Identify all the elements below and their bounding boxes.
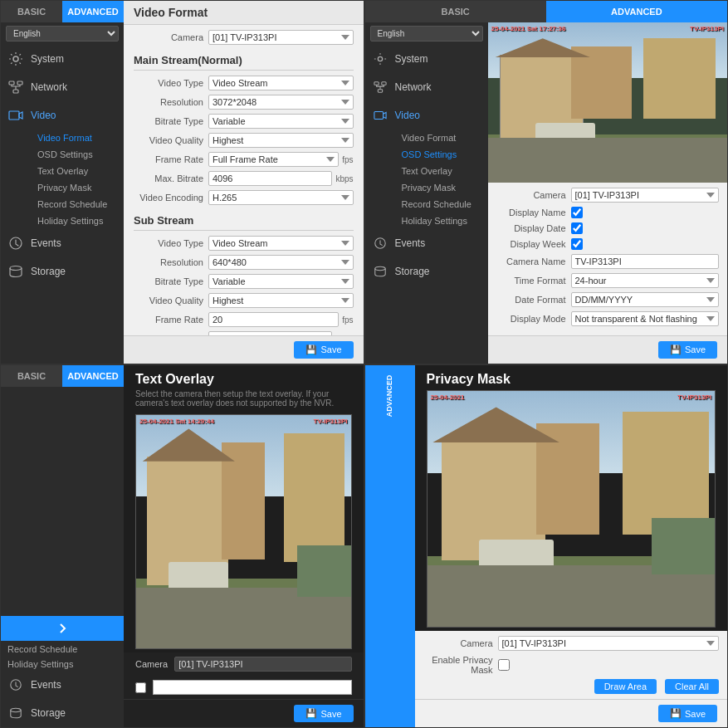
main-resolution-row: Resolution 3072*2048 xyxy=(134,95,354,110)
sub-text-overlay-q2[interactable]: Text Overlay xyxy=(395,163,488,179)
sidebar-item-events-q1[interactable]: Events xyxy=(1,229,124,257)
osd-date-format-select[interactable]: DD/MM/YYYY xyxy=(571,292,720,307)
privacy-mask-main: Privacy Mask 25-04-2021 TV-IP313PI xyxy=(415,365,728,728)
storage-label-q2: Storage xyxy=(395,266,430,277)
osd-camera-select[interactable]: [01] TV-IP313PI xyxy=(571,188,720,203)
camera-select-q3[interactable]: [01] TV-IP313PI xyxy=(174,657,351,672)
draw-area-button[interactable]: Draw Area xyxy=(594,679,657,694)
sub-video-type-label: Video Type xyxy=(134,238,208,248)
sub-privacy-mask-q2[interactable]: Privacy Mask xyxy=(395,179,488,196)
sub-nav-osd-settings-q1[interactable]: OSD Settings xyxy=(31,146,124,163)
osd-display-week-checkbox[interactable] xyxy=(571,238,583,250)
sub-bitrate-type-select[interactable]: Variable xyxy=(208,274,354,289)
sidebar-storage-q3[interactable]: Storage xyxy=(1,699,124,727)
video-icon-q2 xyxy=(372,107,388,124)
tab-bar-q1: BASIC ADVANCED xyxy=(1,1,124,22)
osd-display-name-checkbox[interactable] xyxy=(571,207,583,218)
sub-nav-video-format-q1[interactable]: Video Format xyxy=(31,129,124,146)
svg-point-8 xyxy=(378,56,382,61)
sub-video-quality-select[interactable]: Highest xyxy=(208,293,354,308)
main-bitrate-type-label: Bitrate Type xyxy=(134,116,208,126)
video-icon-q1 xyxy=(7,107,24,124)
sub-nav-record-schedule-q1[interactable]: Record Schedule xyxy=(31,196,124,213)
main-frame-rate-select[interactable]: Full Frame Rate xyxy=(208,152,339,167)
sub-osd-settings-q2[interactable]: OSD Settings xyxy=(395,146,488,163)
system-label-q1: System xyxy=(31,53,64,65)
clear-all-button[interactable]: Clear All xyxy=(665,679,719,694)
save-button-q4[interactable]: 💾 Save xyxy=(658,705,717,722)
save-button-q2[interactable]: 💾 Save xyxy=(658,341,717,359)
tab-advanced-q2[interactable]: ADVANCED xyxy=(546,1,727,22)
tab-basic-q3[interactable]: BASIC xyxy=(1,365,62,387)
text-overlay-checkbox[interactable] xyxy=(135,682,146,693)
osd-display-name-label: Display Name xyxy=(496,208,571,217)
sub-nav-video-q1: Video Format OSD Settings Text Overlay P… xyxy=(1,129,124,229)
sub-resolution-select[interactable]: 640*480 xyxy=(208,255,354,270)
sidebar-item-network-q1[interactable]: Network xyxy=(1,73,124,101)
pm-camera-select[interactable]: [01] TV-IP313PI xyxy=(498,636,720,651)
text-overlay-subtitle: Select the camera then setup the text ov… xyxy=(135,389,352,408)
save-button-q3[interactable]: 💾 Save xyxy=(294,705,353,722)
pm-enable-checkbox[interactable] xyxy=(498,659,510,671)
main-video-quality-select[interactable]: Highest xyxy=(208,133,354,148)
sub-nav-privacy-mask-q1[interactable]: Privacy Mask xyxy=(31,179,124,196)
osd-camera-name-row: Camera Name xyxy=(496,254,720,269)
osd-camera-name-input[interactable] xyxy=(571,254,720,269)
tab-basic-q1[interactable]: BASIC xyxy=(1,1,62,22)
main-max-bitrate-label: Max. Bitrate xyxy=(134,173,208,183)
sub-holiday-settings-q2[interactable]: Holiday Settings xyxy=(395,213,488,229)
sidebar-item-video-q1[interactable]: Video xyxy=(1,101,124,129)
sub-nav-holiday-settings-q1[interactable]: Holiday Settings xyxy=(31,213,124,229)
main-video-quality-row: Video Quality Highest xyxy=(134,133,354,148)
camera-label-q1: Camera xyxy=(134,32,208,42)
storage-label-q3: Storage xyxy=(31,707,66,719)
sidebar-video-q2[interactable]: Video xyxy=(365,101,488,129)
sub-nav-text-overlay-q1[interactable]: Text Overlay xyxy=(31,163,124,179)
sub-stream-title: Sub Stream xyxy=(134,209,354,231)
tab-advanced-q3[interactable]: ADVANCED xyxy=(62,365,124,387)
sidebar-item-system-q1[interactable]: System xyxy=(1,45,124,73)
main-bitrate-type-select[interactable]: Variable xyxy=(208,114,354,129)
save-button-q1[interactable]: 💾 Save xyxy=(294,341,353,359)
camera-select-q1[interactable]: [01] TV-IP313PI xyxy=(208,30,354,45)
sidebar-events-q3[interactable]: Events xyxy=(1,671,124,699)
lang-select-q1[interactable]: English xyxy=(6,26,119,42)
sub-frame-rate-input[interactable] xyxy=(208,312,339,327)
sidebar-item-storage-q1[interactable]: Storage xyxy=(1,257,124,286)
main-max-bitrate-input[interactable] xyxy=(208,171,332,186)
main-resolution-select[interactable]: 3072*2048 xyxy=(208,95,354,110)
osd-display-date-checkbox[interactable] xyxy=(571,222,583,234)
text-overlay-input[interactable] xyxy=(153,680,352,695)
sub-video-type-select[interactable]: Video Stream xyxy=(208,236,354,251)
text-overlay-controls: Camera [01] TV-IP313PI xyxy=(124,652,364,676)
q2-body: English System Network xyxy=(365,22,728,364)
sidebar-storage-q2[interactable]: Storage xyxy=(365,257,488,286)
sub-record-schedule-q2[interactable]: Record Schedule xyxy=(395,196,488,213)
main-video-encoding-select[interactable]: H.265 xyxy=(208,190,354,205)
osd-display-mode-row: Display Mode Not transparent & Not flash… xyxy=(496,311,720,326)
quadrant-text-overlay: BASIC ADVANCED Record Schedule Holiday S… xyxy=(0,364,364,729)
blue-nav-button-q3[interactable] xyxy=(1,616,124,641)
osd-date-format-label: Date Format xyxy=(496,295,571,305)
system-icon-q2 xyxy=(372,51,388,67)
sub-record-schedule-q3[interactable]: Record Schedule xyxy=(1,641,124,656)
tab-advanced-q1[interactable]: ADVANCED xyxy=(62,1,124,22)
sidebar-events-q2[interactable]: Events xyxy=(365,229,488,257)
sub-holiday-settings-q3[interactable]: Holiday Settings xyxy=(1,656,124,671)
sidebar-system-q2[interactable]: System xyxy=(365,45,488,73)
building-3-q2 xyxy=(643,38,716,118)
main-video-type-select[interactable]: Video Stream xyxy=(208,76,354,90)
network-label-q1: Network xyxy=(31,81,67,93)
osd-display-mode-select[interactable]: Not transparent & Not flashing xyxy=(571,311,720,326)
tab-basic-q2[interactable]: BASIC xyxy=(365,1,546,22)
main-frame-rate-unit: fps xyxy=(342,155,353,164)
camera-feed-q4: 25-04-2021 TV-IP313PI xyxy=(427,390,716,628)
svg-point-17 xyxy=(11,708,21,711)
sub-frame-rate-unit: fps xyxy=(342,315,353,325)
lang-select-q2[interactable]: English xyxy=(370,26,483,42)
osd-time-format-select[interactable]: 24-hour xyxy=(571,273,720,288)
osd-time-format-label: Time Format xyxy=(496,276,571,286)
pm-camera-row: Camera [01] TV-IP313PI xyxy=(423,636,720,651)
sub-video-format-q2[interactable]: Video Format xyxy=(395,129,488,146)
sidebar-network-q2[interactable]: Network xyxy=(365,73,488,101)
